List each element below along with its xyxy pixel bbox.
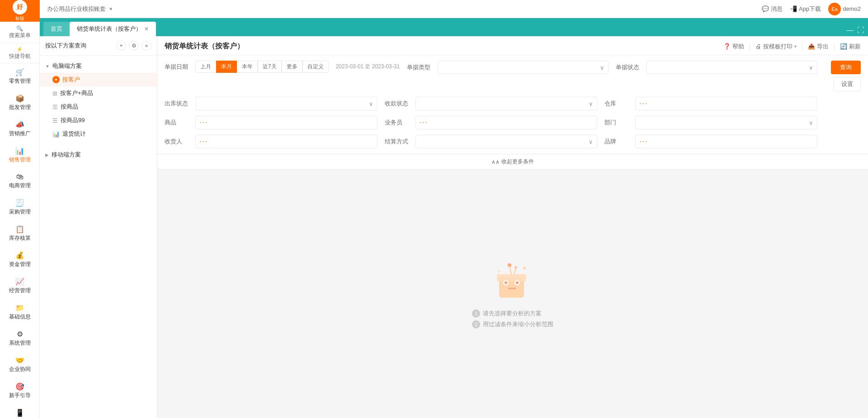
sidebar-item-purchase[interactable]: 🧾 采购管理 bbox=[0, 194, 39, 220]
export-label: 导出 bbox=[817, 43, 829, 51]
collapse-panel-button[interactable]: « bbox=[142, 41, 151, 51]
empty-tip-1: 1 请先选择要分析的方案 bbox=[472, 309, 553, 318]
receipt-status-select[interactable]: ∨ bbox=[415, 97, 598, 110]
cooperation-icon: 🤝 bbox=[15, 356, 24, 365]
svg-text:✦: ✦ bbox=[497, 269, 500, 274]
doc-status-select[interactable]: ∨ bbox=[646, 61, 817, 74]
main-area: 办公用品行业模拟账套 ▾ 💬 消息 📲 App下载 Ea demo2 首页 销货… bbox=[40, 0, 868, 418]
tree-child-by-goods[interactable]: ☰ 按商品 bbox=[40, 100, 157, 114]
tab-home[interactable]: 首页 bbox=[43, 22, 70, 36]
department-select[interactable]: ∨ bbox=[635, 116, 817, 129]
sidebar-item-wholesale[interactable]: 📦 批发管理 bbox=[0, 90, 39, 116]
svg-rect-1 bbox=[497, 274, 526, 281]
topbar-left: 办公用品行业模拟账套 ▾ bbox=[47, 5, 113, 13]
date-current-month[interactable]: 本月 bbox=[216, 61, 237, 73]
salesperson-select[interactable]: ··· bbox=[415, 116, 598, 129]
sidebar-item-operations[interactable]: 📈 经营管理 bbox=[0, 273, 39, 299]
receiver-select[interactable]: ··· bbox=[195, 135, 377, 148]
receiver-label: 收货人 bbox=[165, 138, 192, 146]
brand-select[interactable]: ··· bbox=[635, 135, 817, 148]
operations-icon: 📈 bbox=[15, 277, 24, 286]
query-button[interactable]: 查询 bbox=[831, 61, 861, 74]
tab-minimize-button[interactable]: — bbox=[846, 26, 854, 34]
new-guide-icon: 🎯 bbox=[15, 382, 24, 391]
sidebar-item-finance[interactable]: 💰 资金管理 bbox=[0, 247, 39, 273]
svg-line-7 bbox=[509, 266, 511, 274]
date-last-7[interactable]: 近7天 bbox=[258, 61, 282, 73]
date-more[interactable]: 更多 bbox=[282, 61, 302, 73]
topbar-dropdown-arrow[interactable]: ▾ bbox=[109, 5, 113, 12]
topbar-right: 💬 消息 📲 App下载 Ea demo2 bbox=[762, 3, 861, 15]
sidebar-item-quick-nav[interactable]: ⚡ 快捷导航 bbox=[0, 43, 39, 63]
sidebar-item-search[interactable]: 🔍 搜索菜单 bbox=[0, 22, 39, 43]
date-custom[interactable]: 自定义 bbox=[302, 61, 329, 73]
tab-close-icon[interactable]: ✕ bbox=[144, 26, 149, 32]
industry-label: 办公用品行业模拟账套 bbox=[47, 5, 106, 13]
app-download-button[interactable]: 📲 App下载 bbox=[790, 5, 821, 13]
logo-icon: 好 bbox=[13, 0, 27, 14]
print-icon: 🖨 bbox=[755, 43, 761, 50]
user-info[interactable]: Ea demo2 bbox=[828, 3, 861, 15]
avatar: Ea bbox=[828, 3, 841, 15]
template-print-button[interactable]: 🖨 按模板打印 ▾ bbox=[755, 43, 797, 51]
tab-maximize-button[interactable]: ⛶ bbox=[857, 26, 864, 34]
sidebar-logo[interactable]: 好 标版 bbox=[0, 0, 40, 22]
svg-rect-6 bbox=[508, 288, 516, 289]
app-download-label: App下载 bbox=[799, 5, 821, 13]
tree-child-by-customer[interactable]: ● 按客户 bbox=[40, 73, 157, 86]
sidebar-item-ecommerce[interactable]: 🛍 电商管理 bbox=[0, 168, 39, 194]
doc-type-select[interactable]: ∨ bbox=[438, 61, 609, 74]
date-current-year[interactable]: 本年 bbox=[237, 61, 258, 73]
sidebar-item-basic-info[interactable]: 📁 基础信息 bbox=[0, 299, 39, 325]
add-scheme-button[interactable]: + bbox=[116, 41, 126, 51]
sidebar-item-system[interactable]: ⚙ 系统管理 bbox=[0, 325, 39, 352]
date-last-month[interactable]: 上月 bbox=[195, 61, 216, 73]
tree-parent-mobile[interactable]: ▶ 移动端方案 bbox=[40, 148, 157, 162]
left-panel-title: 按以下方案查询 bbox=[45, 42, 86, 50]
sidebar-item-app-center[interactable]: 📱 应用中心 bbox=[0, 404, 39, 418]
retail-icon: 🛒 bbox=[15, 68, 24, 76]
tree-parent-desktop[interactable]: ▼ 电脑端方案 bbox=[40, 59, 157, 73]
tree-section-mobile: ▶ 移动端方案 bbox=[40, 144, 157, 165]
out-status-arrow: ∨ bbox=[369, 100, 373, 107]
tree-child-by-goods-99[interactable]: ☰ 按商品99 bbox=[40, 114, 157, 127]
collapse-bar[interactable]: ∧∧ 收起更多条件 bbox=[157, 154, 868, 170]
goods-label: 商品 bbox=[165, 119, 192, 127]
doc-type-arrow: ∨ bbox=[600, 64, 604, 71]
tab-sales-stat[interactable]: 销货单统计表（按客户） ✕ bbox=[70, 22, 156, 36]
help-button[interactable]: ❓ 帮助 bbox=[723, 43, 744, 51]
settlement-select[interactable]: ∨ bbox=[415, 135, 598, 148]
filter-actions: 查询 设置 bbox=[825, 61, 861, 91]
tree-child-label-by-goods-99: 按商品99 bbox=[61, 116, 85, 124]
sidebar-item-sales[interactable]: 📊 销售管理 bbox=[0, 142, 39, 168]
svg-point-8 bbox=[508, 263, 511, 267]
refresh-icon: 🔄 bbox=[840, 43, 847, 50]
sidebar-item-cooperation[interactable]: 🤝 企业协同 bbox=[0, 352, 39, 378]
divider-3 bbox=[834, 43, 835, 50]
refresh-button[interactable]: 🔄 刷新 bbox=[840, 43, 861, 51]
filter-area: 单据日期 上月 本月 本年 近7天 更多 自定义 2023-03-01 至 20… bbox=[157, 55, 868, 154]
warehouse-select[interactable]: ··· bbox=[635, 97, 817, 110]
left-panel: 按以下方案查询 + ⚙ « ▼ 电脑端方案 ● 按客户 ⊞ 按客 bbox=[40, 36, 157, 418]
tree-child-by-customer-goods[interactable]: ⊞ 按客户+商品 bbox=[40, 86, 157, 100]
sidebar-item-new-guide[interactable]: 🎯 新手引导 bbox=[0, 378, 39, 404]
topbar: 办公用品行业模拟账套 ▾ 💬 消息 📲 App下载 Ea demo2 bbox=[40, 0, 868, 18]
sidebar: 好 标版 🔍 搜索菜单 ⚡ 快捷导航 🛒 零售管理 📦 批发管理 📣 营销推广 … bbox=[0, 0, 40, 418]
export-button[interactable]: 📤 导出 bbox=[808, 43, 829, 51]
sidebar-item-marketing[interactable]: 📣 营销推广 bbox=[0, 116, 39, 142]
out-status-select[interactable]: ∨ bbox=[195, 97, 377, 110]
sidebar-item-retail[interactable]: 🛒 零售管理 bbox=[0, 63, 39, 90]
message-button[interactable]: 💬 消息 bbox=[762, 5, 783, 13]
message-label: 消息 bbox=[771, 5, 783, 13]
department-arrow: ∨ bbox=[809, 119, 813, 126]
empty-illustration: ✦ ✦ bbox=[490, 257, 535, 302]
content-wrapper: 按以下方案查询 + ⚙ « ▼ 电脑端方案 ● 按客户 ⊞ 按客 bbox=[40, 36, 868, 418]
settings-scheme-button[interactable]: ⚙ bbox=[129, 41, 139, 51]
tabs-bar: 首页 销货单统计表（按客户） ✕ — ⛶ bbox=[40, 18, 868, 36]
goods-select[interactable]: ··· bbox=[195, 116, 377, 129]
page-title: 销货单统计表（按客户） bbox=[165, 42, 244, 51]
export-icon: 📤 bbox=[808, 43, 815, 50]
settings-button[interactable]: 设置 bbox=[834, 77, 861, 91]
tree-child-return-stat[interactable]: 📊 退货统计 bbox=[40, 127, 157, 141]
sidebar-item-inventory[interactable]: 📋 库存核算 bbox=[0, 220, 39, 247]
